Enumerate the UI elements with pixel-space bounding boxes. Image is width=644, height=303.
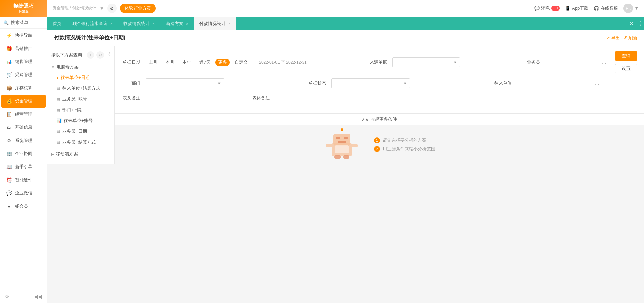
page-header: 付款情况统计(往来单位+日期) ↗ 导出 ↺ 刷新 (47, 30, 644, 46)
sidebar-item-vip[interactable]: ♦ 畅会员 (1, 200, 46, 213)
settings-small-button[interactable]: 设置 (615, 64, 637, 73)
tab-home[interactable]: 首页 (47, 17, 67, 30)
app-download-icon: 📱 (565, 6, 570, 11)
tab-bank-flow-label: 现金银行流水查询 (72, 21, 108, 27)
enterprise-icon: 🏢 (6, 151, 12, 157)
scheme-section-desktop-title[interactable]: ▼ 电脑端方案 (47, 62, 114, 72)
message-badge: 99+ (551, 6, 560, 11)
scheme-item-dept-date[interactable]: ▦ 部门+日期 (47, 104, 114, 115)
sidebar-item-sales[interactable]: 📊 销售管理 (1, 55, 46, 68)
date-last-month[interactable]: 上月 (146, 58, 160, 66)
collapse-sidebar-icon[interactable]: ◀◀ (34, 293, 42, 300)
svg-rect-2 (336, 137, 340, 139)
sidebar-item-system[interactable]: ⚙ 系统管理 (1, 134, 46, 147)
scheme-section-mobile-title[interactable]: ▶ 移动端方案 (47, 149, 114, 159)
scheme-panel-title: 按以下方案查询 (51, 52, 82, 58)
salesman-dots[interactable]: ... (602, 59, 606, 65)
scheme-item-salesman-account[interactable]: ▦ 业务员+账号 (47, 94, 114, 104)
headset-icon: 🎧 (594, 6, 599, 11)
topbar-settings-button[interactable]: ⚙ (107, 4, 117, 13)
tab-receipt-stats-close[interactable]: × (152, 22, 154, 26)
inventory-icon: 📦 (6, 85, 12, 91)
settings-gear-icon[interactable]: ⚙ (5, 293, 9, 300)
page-actions: ↗ 导出 ↺ 刷新 (606, 35, 637, 41)
scheme-panel-header: 按以下方案查询 + ⚙ 《 (47, 49, 114, 62)
sidebar-item-label: 营销推广 (15, 46, 32, 52)
sidebar-item-purchase[interactable]: 🛒 采购管理 (1, 68, 46, 81)
sidebar-item-enterprise[interactable]: 🏢 企业协同 (1, 147, 46, 160)
sidebar-item-finance[interactable]: 💰 资金管理 (1, 95, 46, 108)
query-button[interactable]: 查询 (615, 51, 637, 61)
right-panel: 单据日期 上月 本月 本年 近7天 更多 自定义 2022-01-01 至 20… (115, 46, 644, 164)
date-more[interactable]: 更多 (215, 59, 230, 66)
date-custom[interactable]: 自定义 (232, 58, 251, 66)
date-range-display: 2022-01-01 至 2022-12-31 (259, 60, 306, 65)
tab-bank-flow-close[interactable]: × (110, 22, 112, 26)
svg-rect-1 (333, 134, 350, 146)
scheme-item-partner-account[interactable]: 📊 往来单位+账号 (47, 115, 114, 126)
date-this-year[interactable]: 本年 (179, 58, 194, 66)
collapse-scheme-button[interactable]: 《 (106, 51, 110, 59)
mobile-section-arrow: ▶ (51, 152, 54, 156)
body-note-input[interactable] (275, 93, 363, 103)
collapse-filters-button[interactable]: ∧∧ 收起更多条件 (115, 113, 644, 125)
tab-new-plan-label: 新建方案 (166, 21, 183, 27)
salesman-input[interactable] (546, 57, 596, 67)
trial-button[interactable]: 体验行业方案 (120, 4, 156, 13)
svg-rect-8 (352, 144, 358, 147)
scheme-panel: 按以下方案查询 + ⚙ 《 ▼ 电脑端方案 (47, 46, 115, 164)
sidebar-item-inventory[interactable]: 📦 库存核算 (1, 82, 46, 94)
export-button[interactable]: ↗ 导出 (606, 35, 620, 41)
tab-bank-flow[interactable]: 现金银行流水查询 × (67, 17, 118, 30)
sidebar-item-hardware[interactable]: ⏰ 智能硬件 (1, 174, 46, 186)
add-scheme-button[interactable]: + (87, 51, 94, 59)
partner-input[interactable] (517, 78, 590, 88)
scheme-item-salesman-settle[interactable]: ▦ 业务员+结算方式 (47, 137, 114, 148)
expand-tabs-icon[interactable]: ⛶ (635, 20, 641, 27)
message-button[interactable]: 💬 消息 99+ (534, 5, 560, 11)
svg-point-6 (341, 128, 343, 131)
finance-icon: 💰 (6, 98, 12, 104)
date-this-month[interactable]: 本月 (163, 58, 177, 66)
app-download-button[interactable]: 📱 App下载 (565, 5, 588, 11)
user-chevron-icon: ▼ (634, 6, 639, 11)
scheme-item-salesman-date[interactable]: ▦ 业务员+日期 (47, 126, 114, 137)
date-7days[interactable]: 近7天 (196, 58, 213, 66)
tab-payment-stats[interactable]: 付款情况统计 × (194, 17, 236, 30)
sidebar-item-operations[interactable]: 📋 经营管理 (1, 108, 46, 121)
sidebar-item-marketing[interactable]: 🎁 营销推广 (1, 42, 46, 55)
tab-receipt-stats[interactable]: 收款情况统计 × (118, 17, 160, 30)
scheme-settings-button[interactable]: ⚙ (96, 51, 104, 59)
refresh-button[interactable]: ↺ 刷新 (623, 35, 637, 41)
sidebar-item-guide[interactable]: 📖 新手引导 (1, 160, 46, 173)
search-menu[interactable]: 🔍 搜索菜单 (0, 17, 47, 29)
scheme-item-partner-settle[interactable]: ▦ 往来单位+结算方式 (47, 83, 114, 94)
filter-area: 单据日期 上月 本月 本年 近7天 更多 自定义 2022-01-01 至 20… (115, 46, 644, 113)
sidebar-item-label: 快捷导航 (15, 32, 32, 38)
dept-select[interactable]: ▼ (146, 78, 224, 88)
scheme-item-partner-date[interactable]: ● 往来单位+日期 (47, 72, 114, 83)
user-avatar-area[interactable]: Rit ▼ (623, 4, 639, 13)
sidebar-item-label: 新手引导 (15, 164, 32, 170)
tab-new-plan[interactable]: 新建方案 × (160, 17, 194, 30)
doc-status-select[interactable]: ▼ (331, 78, 410, 88)
svg-rect-4 (338, 141, 346, 143)
scheme-section-mobile: ▶ 移动端方案 (47, 149, 114, 159)
sidebar-item-quick-nav[interactable]: ⚡ 快捷导航 (1, 29, 46, 42)
partner-dots[interactable]: ... (595, 80, 599, 86)
doc-status-select-arrow: ▼ (403, 81, 407, 85)
logo-text: 畅捷通巧 (13, 3, 34, 9)
online-service-button[interactable]: 🎧 在线客服 (594, 5, 618, 11)
system-icon: ⚙ (6, 138, 12, 144)
sidebar-item-basic-info[interactable]: 🗂 基础信息 (1, 121, 46, 134)
head-note-input[interactable] (146, 93, 227, 103)
tab-payment-stats-close[interactable]: × (228, 22, 230, 26)
svg-rect-11 (335, 145, 349, 153)
close-all-tabs-icon[interactable]: ✕ (629, 20, 634, 27)
main-area: 资金管理 / 付款情况统计 ▼ ⚙ 体验行业方案 💬 消息 99+ 📱 App下… (47, 0, 644, 303)
svg-rect-7 (326, 144, 332, 147)
tab-new-plan-close[interactable]: × (186, 22, 188, 26)
source-select[interactable]: ▼ (392, 57, 460, 67)
sidebar-item-wechat[interactable]: 💬 企业微信 (1, 187, 46, 200)
breadcrumb: 资金管理 / 付款情况统计 (53, 5, 96, 11)
